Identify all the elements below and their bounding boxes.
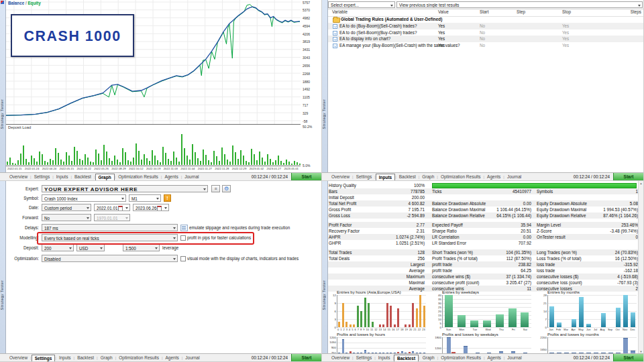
- tab-graph[interactable]: Graph: [419, 174, 437, 180]
- parameter-row[interactable]: EA manage your (Buy-Boom)(Sell-Crash) wi…: [327, 42, 643, 49]
- start-button[interactable]: Start: [291, 354, 321, 361]
- deposit-axis-bottom: 5.0%: [303, 164, 310, 168]
- leverage-note: leverage: [162, 244, 178, 251]
- tab-journal[interactable]: Journal: [182, 355, 202, 361]
- tab-settings[interactable]: Settings: [354, 355, 375, 361]
- visual-mode-checkbox[interactable]: [180, 256, 186, 261]
- previous-results-dropdown[interactable]: View previous single test results: [396, 1, 643, 8]
- tab-settings[interactable]: Settings: [354, 174, 375, 180]
- previous-results-value: View previous single test results: [399, 3, 459, 7]
- col-steps[interactable]: Steps: [631, 9, 641, 14]
- date-from-picker[interactable]: 2022.01.01: [94, 204, 130, 211]
- tab-overview[interactable]: Overview: [329, 174, 352, 180]
- parameter-row[interactable]: EA to do (Sell-Boom)(Buy-Crash) trades?Y…: [327, 29, 643, 36]
- tab-inputs[interactable]: Inputs: [376, 174, 396, 180]
- forward-date-value: 1970.01.01: [97, 216, 118, 221]
- test-duration: 00:12:24 / 00:12:24: [252, 354, 291, 361]
- parameter-checkbox[interactable]: [333, 44, 337, 48]
- tab-inputs[interactable]: Inputs: [376, 355, 393, 361]
- date-mode-dropdown[interactable]: Custom period: [42, 204, 91, 211]
- tab-backtest[interactable]: Backtest: [394, 355, 419, 361]
- delays-dropdown[interactable]: 187 ms: [42, 224, 178, 231]
- tab-backtest[interactable]: Backtest: [72, 174, 94, 180]
- profit-in-pips-checkbox[interactable]: [180, 235, 186, 241]
- currency-value: USD: [79, 246, 88, 251]
- panel-caption-strip[interactable]: Strategy Tester: [322, 181, 328, 361]
- deposit-dropdown[interactable]: 200: [42, 244, 74, 251]
- symbol-dropdown[interactable]: Crash 1000 Index: [42, 194, 126, 202]
- expert-editor-button[interactable]: ≡: [211, 185, 220, 192]
- chevron-down-icon: [173, 237, 176, 241]
- scroll-up-icon[interactable]: ▲: [639, 182, 643, 185]
- parameter-checkbox[interactable]: [333, 24, 337, 29]
- tab-list: Overview|Settings|Inputs|Backtest|Graph|…: [322, 354, 525, 361]
- chart-legend: Balance / Equity: [8, 1, 41, 5]
- tab-journal[interactable]: Journal: [182, 174, 201, 180]
- modelling-label: Modelling:: [5, 234, 39, 241]
- start-button[interactable]: Start: [291, 173, 321, 180]
- calendar-icon: [157, 206, 162, 211]
- tab-overview[interactable]: Overview: [329, 355, 352, 361]
- panel-caption-strip[interactable]: Strategy Tester: [0, 0, 6, 180]
- tab-optimization-results[interactable]: Optimization Results: [115, 174, 161, 180]
- forward-dropdown[interactable]: No: [42, 214, 91, 221]
- panel-caption-strip[interactable]: Strategy Tester: [322, 0, 328, 180]
- leverage-dropdown[interactable]: 1:500: [123, 244, 160, 251]
- currency-dropdown[interactable]: USD: [76, 244, 105, 251]
- tab-graph[interactable]: Graph: [98, 355, 115, 361]
- stat-value: 707.92: [432, 240, 531, 246]
- modelling-dropdown[interactable]: Every tick based on real ticks: [42, 234, 178, 241]
- panel-caption: Strategy Tester: [322, 280, 327, 310]
- symbol-warning-button[interactable]: !: [164, 194, 171, 202]
- col-stop[interactable]: Stop: [562, 9, 571, 14]
- forward-label: Forward:: [5, 214, 39, 221]
- tab-agents[interactable]: Agents: [162, 355, 181, 361]
- col-variable[interactable]: Variable: [332, 9, 347, 14]
- x-axis-date: 2023.01.02: [250, 167, 264, 170]
- y-axis-tick: 2268: [303, 72, 310, 76]
- tab-optimization-results[interactable]: Optimization Results: [438, 174, 484, 180]
- col-step[interactable]: Step: [517, 9, 525, 14]
- stat-value: 256: [329, 255, 425, 261]
- start-button[interactable]: Start: [613, 173, 643, 180]
- strategy-tester-grid: Strategy Tester Balance / Equity CRASH 1…: [0, 0, 644, 362]
- tab-settings[interactable]: Settings: [32, 355, 56, 361]
- tab-graph[interactable]: Graph: [420, 355, 437, 361]
- tab-optimization-results[interactable]: Optimization Results: [116, 355, 162, 361]
- stat-value: Largest: [329, 261, 425, 267]
- period-dropdown[interactable]: M1: [129, 194, 161, 202]
- tab-agents[interactable]: Agents: [484, 174, 503, 180]
- tab-agents[interactable]: Agents: [162, 174, 180, 180]
- tab-agents[interactable]: Agents: [484, 355, 503, 361]
- tab-journal[interactable]: Journal: [504, 355, 524, 361]
- tab-optimization-results[interactable]: Optimization Results: [438, 355, 484, 361]
- inputs-tabbar: Overview|Settings|Inputs|Backtest|Graph|…: [322, 172, 643, 180]
- panel-caption-strip[interactable]: Strategy Tester: [0, 181, 6, 361]
- optimization-dropdown[interactable]: Disabled: [42, 255, 178, 262]
- parameter-group-row[interactable]: Global Trading Rules (Automated & User-D…: [327, 16, 643, 23]
- parameter-row[interactable]: EA to do (Buy-Boom)(Sell-Crash) trades?Y…: [327, 23, 643, 29]
- tab-backtest[interactable]: Backtest: [396, 174, 419, 180]
- tab-inputs[interactable]: Inputs: [54, 174, 71, 180]
- expert-select-dropdown[interactable]: Select expert...: [328, 1, 395, 8]
- expert-dropdown[interactable]: YOUR EXPERT ADVISOR HERE: [42, 185, 208, 192]
- date-to-picker[interactable]: 2023.06.26: [133, 204, 169, 211]
- tab-overview[interactable]: Overview: [7, 355, 30, 361]
- chevron-down-icon: [100, 247, 103, 251]
- scrollbar[interactable]: ▲▼: [638, 181, 643, 354]
- tab-inputs[interactable]: Inputs: [56, 355, 74, 361]
- col-start[interactable]: Start: [480, 9, 489, 14]
- tab-journal[interactable]: Journal: [504, 174, 524, 180]
- tab-overview[interactable]: Overview: [7, 174, 30, 180]
- parameter-cell: No: [480, 42, 485, 49]
- col-value[interactable]: Value: [438, 9, 449, 14]
- parameter-row[interactable]: EA to display info on chart?YesNoYes: [327, 36, 643, 42]
- tab-settings[interactable]: Settings: [32, 174, 53, 180]
- chevron-down-icon: [69, 247, 72, 251]
- start-button[interactable]: Start: [613, 354, 643, 361]
- expert-properties-button[interactable]: ⚙: [222, 185, 231, 192]
- tab-graph[interactable]: Graph: [95, 174, 115, 180]
- tab-backtest[interactable]: Backtest: [74, 355, 97, 361]
- parameter-checkbox[interactable]: [333, 31, 337, 36]
- parameter-checkbox[interactable]: [333, 37, 337, 42]
